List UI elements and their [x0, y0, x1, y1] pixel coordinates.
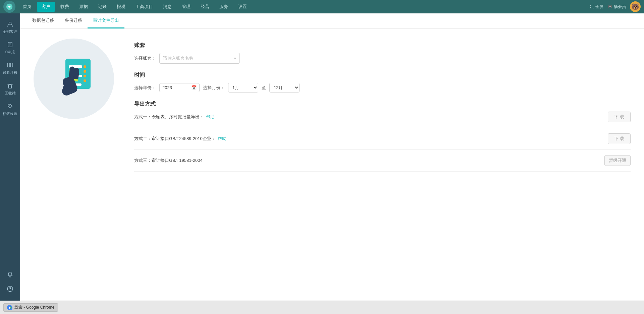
- users-icon: [6, 20, 14, 28]
- end-month-select[interactable]: 1月2月3月4月 5月6月7月8月 9月10月11月12月: [269, 83, 300, 92]
- export-method-3-label: 方式三：审计接口GB/T19581-2004: [134, 158, 203, 164]
- nav-message[interactable]: 消息: [158, 2, 176, 12]
- svg-rect-6: [7, 63, 10, 67]
- svg-point-19: [84, 75, 86, 77]
- illustration-area: [34, 39, 114, 119]
- svg-rect-2: [8, 42, 12, 47]
- illustration-circle: [34, 39, 114, 119]
- sidebar-item-migrate[interactable]: 账套迁移: [0, 58, 20, 78]
- nav-home[interactable]: 首页: [18, 2, 36, 12]
- svg-point-20: [84, 79, 86, 82]
- separator-text: 至: [262, 85, 266, 91]
- sidebar-item-zero-report[interactable]: 0申报: [0, 37, 20, 58]
- account-select-input[interactable]: 请输入账套名称 ▾: [159, 53, 240, 64]
- form-area: 账套 选择账套： 请输入账套名称 ▾ 时间 选择年份：: [134, 39, 631, 172]
- nav-management[interactable]: 管理: [177, 2, 195, 12]
- fullscreen-icon: ⛶: [590, 4, 594, 9]
- page-content: 账套 选择账套： 请输入账套名称 ▾ 时间 选择年份：: [20, 28, 644, 301]
- nav-settings[interactable]: 设置: [233, 2, 252, 12]
- export-method-2-text: 方式二：审计接口GB/T24589-2010企业： 帮助: [134, 136, 226, 142]
- svg-point-18: [84, 70, 86, 73]
- sidebar-item-recycle[interactable]: 回收站: [0, 78, 20, 99]
- nav-bookkeeping[interactable]: 记账: [93, 2, 111, 12]
- nav-tax[interactable]: 报税: [112, 2, 130, 12]
- nav-service[interactable]: 服务: [215, 2, 233, 12]
- fullscreen-button[interactable]: ⛶ 全屏: [590, 4, 603, 10]
- svg-rect-7: [10, 63, 13, 67]
- tabs-bar: 数据包迁移 备份迁移 审计文件导出: [20, 13, 644, 28]
- account-select-placeholder: 请输入账套名称: [163, 55, 194, 61]
- notification-icon[interactable]: [5, 269, 15, 281]
- export-method-3-text: 方式三：审计接口GB/T19581-2004: [134, 158, 203, 164]
- calendar-icon: 📅: [191, 85, 197, 90]
- svg-point-17: [84, 65, 86, 68]
- svg-point-10: [10, 290, 10, 291]
- help-icon[interactable]: [5, 284, 15, 295]
- top-nav-right: ⛶ 全屏 🎮 畅会员 🐻: [590, 1, 641, 12]
- trash-icon: [6, 82, 14, 90]
- member-button[interactable]: 🎮 畅会员: [607, 4, 626, 10]
- app-logo[interactable]: [3, 1, 15, 13]
- report-icon: [6, 41, 14, 49]
- account-section-title: 账套: [134, 42, 631, 49]
- nav-invoice[interactable]: 票据: [74, 2, 93, 12]
- sidebar-label-migrate: 账套迁移: [3, 70, 17, 75]
- left-sidebar: 全部客户 0申报 账套迁移: [0, 13, 20, 301]
- content-area: 数据包迁移 备份迁移 审计文件导出: [20, 13, 644, 301]
- fullscreen-label: 全屏: [595, 4, 603, 10]
- export-method-1: 方式一：余额表、序时账批量导出： 帮助 下 载: [134, 112, 631, 128]
- sidebar-label-zero-report: 0申报: [5, 50, 15, 54]
- export-method-1-text: 方式一：余额表、序时账批量导出： 帮助: [134, 114, 215, 120]
- taskbar-chrome-app[interactable]: 线索 - Google Chrome: [3, 303, 58, 312]
- tab-data-migrate[interactable]: 数据包迁移: [27, 13, 59, 28]
- export-method-1-download-btn[interactable]: 下 载: [608, 112, 631, 122]
- taskbar-app-label: 线索 - Google Chrome: [14, 305, 54, 310]
- sidebar-label-all-customers: 全部客户: [3, 29, 17, 34]
- avatar[interactable]: 🐻: [630, 1, 641, 12]
- export-method-2-label: 方式二：审计接口GB/T24589-2010企业：: [134, 136, 216, 142]
- export-method-1-label: 方式一：余额表、序时账批量导出：: [134, 114, 204, 120]
- export-method-3: 方式三：审计接口GB/T19581-2004 暂缓开通: [134, 150, 631, 172]
- tag-icon: [6, 102, 14, 110]
- sidebar-item-tag-settings[interactable]: 标签设置: [0, 99, 20, 119]
- export-method-2-download-btn[interactable]: 下 载: [608, 133, 631, 144]
- sidebar-item-all-customers[interactable]: 全部客户: [0, 17, 20, 37]
- chrome-icon: [7, 305, 12, 310]
- tab-backup-migrate[interactable]: 备份迁移: [59, 13, 88, 28]
- export-method-2: 方式二：审计接口GB/T24589-2010企业： 帮助 下 载: [134, 128, 631, 150]
- account-select-label: 选择账套：: [134, 55, 156, 61]
- top-nav-items: 首页 客户 收费 票据 记账 报税 工商项目 消息 管理 经营 服务 设置: [18, 2, 590, 12]
- migrate-icon: [6, 61, 14, 69]
- illustration-svg: [47, 49, 101, 109]
- export-section-title: 导出方式: [134, 101, 631, 108]
- year-label: 选择年份：: [134, 85, 156, 91]
- time-row: 选择年份： 2023 📅 选择月份： 1月2月3月4月 5月6月7月8月 9月1…: [134, 83, 631, 92]
- account-select-row: 选择账套： 请输入账套名称 ▾: [134, 53, 631, 64]
- month-label: 选择月份：: [203, 85, 225, 91]
- sidebar-label-tag-settings: 标签设置: [3, 112, 17, 116]
- taskbar: 线索 - Google Chrome: [0, 301, 644, 314]
- time-section: 时间 选择年份： 2023 📅 选择月份： 1月2月3月4月 5月6月7月8月 …: [134, 72, 631, 92]
- export-method-3-open-btn[interactable]: 暂缓开通: [604, 155, 631, 166]
- sidebar-bottom: [5, 269, 15, 301]
- nav-fee[interactable]: 收费: [56, 2, 74, 12]
- member-label: 畅会员: [614, 4, 626, 10]
- sidebar-label-recycle: 回收站: [5, 91, 16, 96]
- time-section-title: 时间: [134, 72, 631, 79]
- export-section: 导出方式 方式一：余额表、序时账批量导出： 帮助 下 载: [134, 101, 631, 172]
- nav-operation[interactable]: 经营: [196, 2, 214, 12]
- svg-point-8: [9, 105, 10, 106]
- nav-industry[interactable]: 工商项目: [131, 2, 158, 12]
- chevron-down-icon: ▾: [234, 56, 236, 61]
- nav-customer[interactable]: 客户: [37, 2, 55, 12]
- main-layout: 全部客户 0申报 账套迁移: [0, 13, 644, 301]
- year-value: 2023: [162, 85, 172, 90]
- start-month-select[interactable]: 1月2月3月4月 5月6月7月8月 9月10月11月12月: [228, 83, 258, 92]
- export-method-2-help-link[interactable]: 帮助: [218, 136, 226, 142]
- tab-audit-export[interactable]: 审计文件导出: [88, 13, 124, 28]
- account-section: 账套 选择账套： 请输入账套名称 ▾: [134, 42, 631, 64]
- export-method-1-help-link[interactable]: 帮助: [206, 114, 215, 120]
- member-icon: 🎮: [607, 4, 612, 9]
- year-input[interactable]: 2023 📅: [159, 83, 200, 92]
- export-methods-list: 方式一：余额表、序时账批量导出： 帮助 下 载 方式二：审计接口GB/T2458…: [134, 112, 631, 172]
